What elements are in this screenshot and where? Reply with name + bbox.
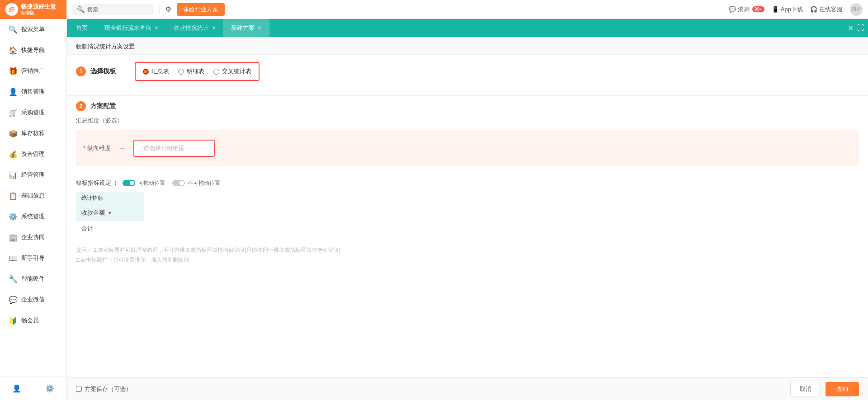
step1-number: 1 [76, 66, 86, 76]
sidebar-label-finance: 资金管理 [21, 150, 45, 158]
tab-close-all-icon[interactable]: ✕ [848, 24, 854, 33]
tab-new-plan-close[interactable]: ✕ [257, 25, 262, 31]
tab-new-plan[interactable]: 新建方案 ✕ [224, 19, 269, 37]
step2-number: 2 [76, 101, 86, 111]
tab-expand-icon[interactable]: ⛶ [857, 24, 864, 32]
search-input[interactable] [87, 6, 142, 13]
nondraggable-toggle [172, 180, 185, 186]
radio-cross-label[interactable]: 交叉统计表 [222, 67, 251, 75]
breadcrumb: 收款情况统计方案设置 [76, 43, 135, 50]
sidebar-label-inventory: 库存核算 [21, 129, 45, 137]
draggable-toggle [123, 180, 135, 186]
message-label: 消息 [738, 5, 750, 14]
tab-receipt-label: 收款情况统计 [174, 24, 209, 32]
sidebar-label-operation: 经营管理 [21, 171, 45, 179]
topbar-right: 💬 消息 99+ 📱 App下载 🎧 在线客服 用户 [729, 3, 863, 16]
tips-section: 提示： 1.拖动标题栏可以调整布局，不可跨维度或指标区域拖动目字段(只能在同一维… [76, 245, 859, 269]
radio-summary-input[interactable] [143, 69, 149, 75]
sidebar-item-finance[interactable]: 💰 资金管理 [0, 144, 66, 165]
enterprise-icon: 🏢 [9, 233, 18, 242]
sidebar-item-inventory[interactable]: 📦 库存核算 [0, 123, 66, 144]
sidebar-item-enterprise[interactable]: 🏢 企业协同 [0, 227, 66, 248]
sidebar-item-search-menu[interactable]: 🔍 搜索菜单 [0, 19, 66, 40]
radio-detail-input[interactable] [178, 69, 184, 75]
indicator-legend: 可拖动位置 不可拖动位置 [123, 179, 220, 187]
save-checkbox[interactable] [76, 386, 82, 392]
user-avatar[interactable]: 用户 [850, 3, 863, 16]
message-icon: 💬 [729, 6, 736, 13]
step2-indicator: 2 方案配置 [76, 101, 859, 111]
step2-title: 方案配置 [90, 102, 116, 110]
sidebar-item-member[interactable]: 🔰 畅会员 [0, 310, 66, 331]
content-inner: 收款情况统计方案设置 1 选择模板 汇总表 明细表 [67, 37, 868, 377]
dimension-placeholder[interactable]: 请选择分组维度 [133, 140, 215, 157]
stat-indicators-title: 统计指标 [81, 195, 103, 201]
sidebar-label-hardware: 智能硬件 [21, 275, 45, 283]
sidebar-label-sales: 销售管理 [21, 88, 45, 96]
tab-receipt-close[interactable]: ✕ [212, 25, 216, 31]
dimension-config: 汇总维度（必选） * 纵向维度 → 请选择分组维度 [76, 117, 859, 172]
query-button[interactable]: 查询 [826, 382, 859, 396]
bottom-settings-icon: ⚙️ [45, 384, 54, 393]
template-selector: 汇总表 明细表 交叉统计表 [135, 62, 259, 81]
stat-item-row[interactable]: 收款金额 ▾ [76, 205, 144, 221]
tab-bank-close[interactable]: ✕ [154, 25, 159, 31]
sales-icon: 👤 [9, 88, 18, 96]
message-btn[interactable]: 💬 消息 99+ [729, 5, 764, 14]
radio-cross[interactable]: 交叉统计表 [213, 67, 251, 75]
legend-nondraggable: 不可拖动位置 [172, 179, 220, 187]
marketing-icon: 🎁 [9, 67, 18, 75]
step1-indicator: 1 选择模板 汇总表 明细表 交叉统计表 [76, 62, 859, 81]
dimension-area: * 纵向维度 → 请选择分组维度 [76, 130, 859, 166]
service-label: 在线客服 [819, 5, 843, 14]
radio-summary-label[interactable]: 汇总表 [151, 67, 169, 75]
tab-home[interactable]: 首页 [67, 19, 97, 37]
tab-new-plan-label: 新建方案 [231, 24, 255, 32]
logo-icon: 好 [5, 3, 18, 16]
sidebar-bottom-settings[interactable]: ⚙️ [33, 379, 67, 397]
stat-sub-row: 合计 [76, 221, 144, 236]
save-checkbox-container[interactable]: 方案保存（可选） [76, 385, 132, 393]
quick-nav-icon: 🏠 [9, 46, 18, 55]
tab-receipt-stat[interactable]: 收款情况统计 ✕ [166, 19, 224, 37]
step2-section: 2 方案配置 汇总维度（必选） * 纵向维度 → 请选择分组维度 [67, 101, 868, 274]
stat-dropdown-icon[interactable]: ▾ [108, 210, 111, 216]
system-icon: ⚙️ [9, 212, 18, 221]
topbar-search-box[interactable]: 🔍 [72, 4, 154, 15]
save-label[interactable]: 方案保存（可选） [85, 385, 132, 393]
settings-gear-icon[interactable]: ⚙ [165, 5, 171, 14]
page-header: 收款情况统计方案设置 [67, 37, 868, 55]
cancel-button[interactable]: 取消 [790, 382, 821, 396]
app-download-icon: 📱 [772, 6, 779, 13]
inventory-icon: 📦 [9, 129, 18, 138]
indicators-title-text: 模板指标设定（ [76, 179, 117, 187]
trial-industry-btn[interactable]: 体验行业方案 [177, 3, 225, 16]
sidebar-label-basic: 基础信息 [21, 192, 45, 200]
sidebar-item-wechat[interactable]: 💬 企业微信 [0, 289, 66, 310]
search-menu-icon: 🔍 [9, 25, 18, 34]
sidebar-item-hardware[interactable]: 🔧 智能硬件 [0, 268, 66, 289]
sidebar-item-purchase[interactable]: 🛒 采购管理 [0, 102, 66, 123]
radio-detail[interactable]: 明细表 [178, 67, 204, 75]
sidebar-item-basic[interactable]: 📋 基础信息 [0, 185, 66, 206]
sidebar-item-marketing[interactable]: 🎁 营销推广 [0, 61, 66, 81]
sidebar-label-search-menu: 搜索菜单 [21, 25, 45, 33]
sidebar-item-sales[interactable]: 👤 销售管理 [0, 81, 66, 102]
guide-icon: 📖 [9, 254, 18, 263]
sidebar-bottom-user[interactable]: 👤 [0, 379, 33, 397]
sidebar-item-operation[interactable]: 📊 经营管理 [0, 165, 66, 185]
indicators-section: 模板指标设定（ 可拖动位置 [76, 179, 859, 236]
service-icon: 🎧 [810, 6, 817, 13]
sidebar-item-system[interactable]: ⚙️ 系统管理 [0, 206, 66, 227]
online-service-btn[interactable]: 🎧 在线客服 [810, 5, 843, 14]
radio-cross-input[interactable] [213, 69, 219, 75]
radio-detail-label[interactable]: 明细表 [187, 67, 204, 75]
tab-bank[interactable]: 现金银行流水查询 ✕ [97, 19, 166, 37]
sidebar-bottom: 👤 ⚙️ [0, 376, 66, 400]
sidebar-item-quick-nav[interactable]: 🏠 快捷导航 [0, 40, 66, 61]
sidebar-item-guide[interactable]: 📖 新手引导 [0, 248, 66, 268]
stat-indicators-box: 统计指标 收款金额 ▾ 合计 [76, 192, 144, 236]
app-download-btn[interactable]: 📱 App下载 [772, 5, 803, 14]
radio-summary[interactable]: 汇总表 [143, 67, 169, 75]
divider1 [67, 95, 868, 96]
